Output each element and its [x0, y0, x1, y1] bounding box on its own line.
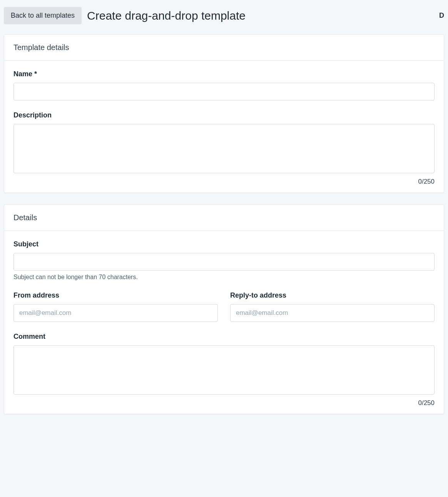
from-address-input[interactable] — [13, 304, 218, 322]
subject-hint: Subject can not be longer than 70 charac… — [13, 274, 435, 281]
reply-to-address-label: Reply-to address — [230, 291, 435, 300]
comment-label: Comment — [13, 333, 435, 341]
reply-to-address-input[interactable] — [230, 304, 435, 322]
header-right-partial: D — [439, 12, 444, 20]
subject-label: Subject — [13, 240, 435, 248]
from-address-label: From address — [13, 291, 218, 300]
page-header: Back to all templates Create drag-and-dr… — [0, 0, 448, 31]
description-char-counter: 0/250 — [13, 178, 435, 186]
page-title: Create drag-and-drop template — [87, 9, 246, 22]
description-textarea[interactable] — [13, 124, 435, 173]
template-details-card: Template details Name * Description 0/25… — [4, 34, 444, 193]
name-input[interactable] — [13, 83, 435, 100]
back-to-templates-button[interactable]: Back to all templates — [4, 7, 82, 24]
comment-textarea[interactable] — [13, 345, 435, 395]
name-label: Name * — [13, 70, 435, 78]
comment-char-counter: 0/250 — [13, 399, 435, 407]
details-title: Details — [4, 205, 444, 231]
subject-input[interactable] — [13, 253, 435, 271]
details-card: Details Subject Subject can not be longe… — [4, 204, 444, 414]
template-details-title: Template details — [4, 35, 444, 61]
description-label: Description — [13, 111, 435, 119]
